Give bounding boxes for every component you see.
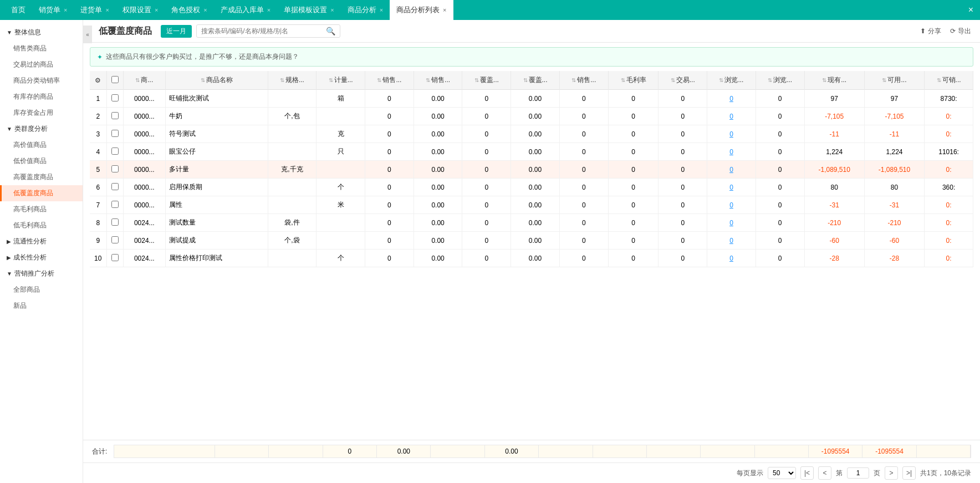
row-checkbox[interactable] xyxy=(111,112,119,119)
sidebar-item-high-value[interactable]: 高价值商品 xyxy=(0,137,83,153)
row-checkbox[interactable] xyxy=(111,165,119,172)
cell-checkbox[interactable] xyxy=(106,125,123,143)
col-settings[interactable]: ⚙ xyxy=(90,71,106,90)
col-browse1[interactable]: ⇅浏览... xyxy=(707,71,756,90)
cell-browse1[interactable]: 0 xyxy=(707,214,756,232)
nav-purchase-order[interactable]: 进货单 × xyxy=(74,0,115,20)
next-page-button[interactable]: > xyxy=(885,466,898,480)
share-button[interactable]: ⬆ 分享 xyxy=(920,27,941,36)
cell-browse1[interactable]: 0 xyxy=(707,161,756,179)
cell-browse1[interactable]: 0 xyxy=(707,125,756,143)
nav-goods-analysis[interactable]: 商品分析 × xyxy=(341,0,390,20)
sidebar-section-overall[interactable]: ▼ 整体信息 xyxy=(0,24,83,40)
col-coverage2[interactable]: ⇅覆盖... xyxy=(511,71,560,90)
sidebar-item-high-coverage[interactable]: 高覆盖度商品 xyxy=(0,169,83,185)
sidebar-item-low-margin[interactable]: 低毛利商品 xyxy=(0,217,83,233)
cell-checkbox[interactable] xyxy=(106,161,123,179)
sidebar-item-low-value[interactable]: 低价值商品 xyxy=(0,153,83,169)
sidebar-section-growth[interactable]: ▶ 成长性分析 xyxy=(0,250,83,266)
cell-browse1[interactable]: 0 xyxy=(707,143,756,161)
col-unit[interactable]: ⇅计量... xyxy=(317,71,365,90)
col-trade[interactable]: ⇅交易... xyxy=(659,71,707,90)
nav-close-icon[interactable]: × xyxy=(443,7,446,13)
col-gross[interactable]: ⇅毛利率 xyxy=(608,71,659,90)
cell-checkbox[interactable] xyxy=(106,143,123,161)
row-checkbox[interactable] xyxy=(111,254,119,261)
prev-page-button[interactable]: < xyxy=(818,466,831,480)
row-checkbox[interactable] xyxy=(111,130,119,137)
col-sales-amount[interactable]: ⇅销售... xyxy=(414,71,462,90)
nav-goods-analysis-list[interactable]: 商品分析列表 × xyxy=(390,0,453,20)
sidebar-item-stock-capital[interactable]: 库存资金占用 xyxy=(0,105,83,121)
cell-browse1[interactable]: 0 xyxy=(707,90,756,108)
col-spec[interactable]: ⇅规格... xyxy=(268,71,317,90)
col-browse2[interactable]: ⇅浏览... xyxy=(756,71,804,90)
cell-checkbox[interactable] xyxy=(106,214,123,232)
cell-browse1[interactable]: 0 xyxy=(707,108,756,125)
sidebar-item-low-coverage[interactable]: 低覆盖度商品 xyxy=(0,185,83,201)
cell-checkbox[interactable] xyxy=(106,90,123,108)
col-sales3[interactable]: ⇅销售... xyxy=(559,71,608,90)
nav-close-icon[interactable]: × xyxy=(203,7,207,13)
nav-home[interactable]: 首页 xyxy=(4,0,32,20)
col-coverage1[interactable]: ⇅覆盖... xyxy=(462,71,511,90)
col-sales-count[interactable]: ⇅销售... xyxy=(365,71,414,90)
cell-num: 1 xyxy=(90,90,106,108)
sidebar-item-high-margin[interactable]: 高毛利商品 xyxy=(0,201,83,217)
first-page-button[interactable]: |< xyxy=(800,466,814,480)
sidebar-item-category-rate[interactable]: 商品分类动销率 xyxy=(0,73,83,89)
last-page-button[interactable]: >| xyxy=(902,466,916,480)
sidebar-item-stocked-goods[interactable]: 有库存的商品 xyxy=(0,89,83,105)
row-checkbox[interactable] xyxy=(111,148,119,155)
cell-checkbox[interactable] xyxy=(106,196,123,214)
nav-permission-settings[interactable]: 权限设置 × xyxy=(116,0,165,20)
cell-checkbox[interactable] xyxy=(106,250,123,267)
row-checkbox[interactable] xyxy=(111,94,119,101)
nav-doc-template[interactable]: 单据模板设置 × xyxy=(277,0,340,20)
sidebar-section-liquidity[interactable]: ▶ 流通性分析 xyxy=(0,233,83,250)
cell-available: -7,105 xyxy=(864,108,924,125)
nav-close-icon[interactable]: × xyxy=(267,7,270,13)
page-size-select[interactable]: 50 100 200 xyxy=(768,467,796,479)
cell-browse1[interactable]: 0 xyxy=(707,250,756,267)
page-size-label: 每页显示 xyxy=(737,469,763,478)
sidebar-section-cluster[interactable]: ▼ 类群度分析 xyxy=(0,121,83,137)
sidebar-item-all-goods[interactable]: 全部商品 xyxy=(0,282,83,298)
nav-sales-order[interactable]: 销货单 × xyxy=(32,0,74,20)
nav-close-icon[interactable]: × xyxy=(64,7,67,13)
nav-role-auth[interactable]: 角色授权 × xyxy=(165,0,213,20)
cell-checkbox[interactable] xyxy=(106,232,123,250)
row-checkbox[interactable] xyxy=(111,218,119,226)
sidebar-collapse-button[interactable]: « xyxy=(83,26,92,43)
cell-browse1[interactable]: 0 xyxy=(707,179,756,196)
col-checkbox[interactable] xyxy=(106,71,123,90)
col-saleable[interactable]: ⇅可销... xyxy=(925,71,973,90)
nav-close-icon[interactable]: × xyxy=(105,7,109,13)
col-code[interactable]: ⇅商... xyxy=(123,71,165,90)
col-name[interactable]: ⇅商品名称 xyxy=(165,71,268,90)
sidebar-item-new-goods[interactable]: 新品 xyxy=(0,298,83,314)
search-icon[interactable]: 🔍 xyxy=(326,27,335,35)
nav-close-icon[interactable]: × xyxy=(330,7,334,13)
sidebar-item-sales-goods[interactable]: 销售类商品 xyxy=(0,40,83,57)
cell-checkbox[interactable] xyxy=(106,108,123,125)
row-checkbox[interactable] xyxy=(111,236,119,243)
cell-browse1[interactable]: 0 xyxy=(707,196,756,214)
col-current[interactable]: ⇅现有... xyxy=(804,71,864,90)
nav-product-warehouse[interactable]: 产成品入库单 × xyxy=(214,0,277,20)
row-checkbox[interactable] xyxy=(111,201,119,208)
cell-checkbox[interactable] xyxy=(106,179,123,196)
cell-browse1[interactable]: 0 xyxy=(707,232,756,250)
sidebar-section-marketing[interactable]: ▼ 营销推广分析 xyxy=(0,266,83,282)
search-input[interactable] xyxy=(201,27,326,35)
col-available[interactable]: ⇅可用... xyxy=(864,71,924,90)
nav-close-icon[interactable]: × xyxy=(380,7,383,13)
period-button[interactable]: 近一月 xyxy=(161,25,192,38)
nav-close-all[interactable]: × xyxy=(968,5,973,15)
nav-close-icon[interactable]: × xyxy=(155,7,158,13)
row-checkbox[interactable] xyxy=(111,183,119,190)
export-button[interactable]: ⟳ 导出 xyxy=(950,27,971,36)
page-number-input[interactable] xyxy=(847,467,869,479)
select-all-checkbox[interactable] xyxy=(111,76,119,83)
sidebar-item-traded-goods[interactable]: 交易过的商品 xyxy=(0,57,83,73)
